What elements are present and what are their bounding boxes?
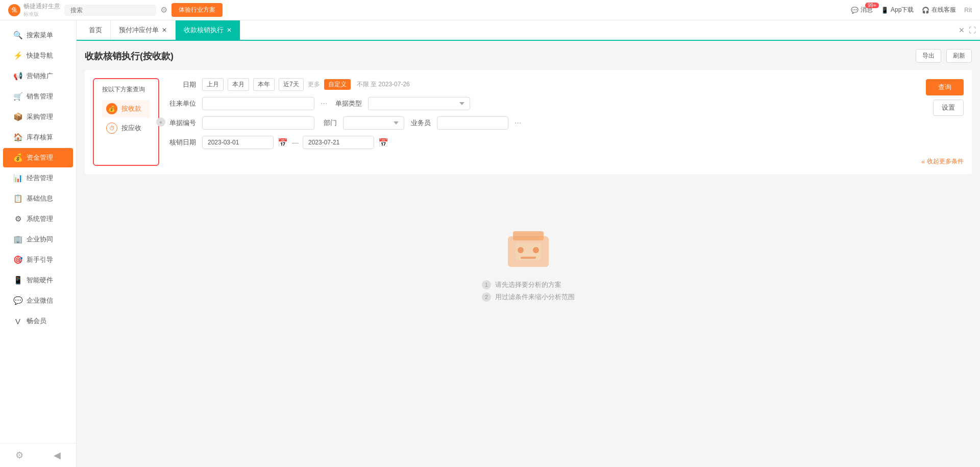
- date-custom-badge[interactable]: 自定义: [324, 79, 351, 90]
- sidebar-label-system: 系统管理: [27, 214, 53, 224]
- sidebar-item-sales[interactable]: 🛒 销售管理: [3, 87, 73, 106]
- sidebar: 🔍 搜索菜单 ⚡ 快捷导航 📢 营销推广 🛒 销售管理 📦 采购管理 🏠: [0, 20, 77, 467]
- smart-hw-icon: 📱: [13, 276, 22, 285]
- filter-settings-button[interactable]: 设置: [933, 100, 964, 116]
- sidebar-item-wechat[interactable]: 💬 企业微信: [3, 291, 73, 310]
- tab-prepaid-close[interactable]: ✕: [162, 27, 167, 34]
- filter-scheme-collapse-btn[interactable]: «: [156, 117, 165, 127]
- offset-date-start-input[interactable]: [202, 136, 274, 149]
- date-label: 日期: [167, 80, 196, 89]
- sidebar-item-search-menu[interactable]: 🔍 搜索菜单: [3, 26, 73, 45]
- offset-date-end-input[interactable]: [303, 136, 374, 149]
- settings-icon[interactable]: ⚙: [160, 5, 167, 15]
- app-logo: 兔 畅捷通好生意 标准版: [8, 2, 60, 18]
- date-btn-last-month[interactable]: 上月: [202, 78, 224, 91]
- date-btn-this-year[interactable]: 本年: [253, 78, 275, 91]
- collapse-chevron-icon: «: [921, 158, 925, 165]
- page-title: 收款核销执行(按收款): [85, 50, 174, 62]
- tab-receivable-label: 收款核销执行: [184, 26, 224, 35]
- enterprise-icon: 🏢: [13, 235, 22, 244]
- doc-number-input[interactable]: [202, 116, 314, 130]
- date-btn-last-7days[interactable]: 近7天: [279, 78, 304, 91]
- svg-rect-5: [521, 257, 536, 259]
- tab-receivable-close[interactable]: ✕: [227, 27, 232, 34]
- filter-fields: 日期 上月 本月 本年 近7天 更多 自定义 不: [167, 78, 918, 155]
- sidebar-label-guide: 新手引导: [27, 255, 53, 264]
- empty-state: 1 请先选择要分析的方案 2 用过滤条件来缩小分析范围: [85, 180, 972, 325]
- tab-receivable-offset[interactable]: 收款核销执行 ✕: [176, 20, 240, 40]
- tab-home[interactable]: 首页: [81, 20, 111, 40]
- app-name: 畅捷通好生意: [23, 2, 60, 11]
- sidebar-item-finance[interactable]: 💰 资金管理: [3, 148, 73, 167]
- step-2-badge: 2: [482, 292, 491, 302]
- sidebar-item-smart-hw[interactable]: 📱 智能硬件: [3, 271, 73, 290]
- topbar: 兔 畅捷通好生意 标准版 ⚙ 体验行业方案 💬 消息 99+ 📱 App下载 🎧…: [0, 0, 980, 20]
- filter-collapse-more: « 收起更多条件: [167, 157, 964, 166]
- filter-form: 日期 上月 本月 本年 近7天 更多 自定义 不: [167, 78, 964, 166]
- sidebar-item-quick-nav[interactable]: ⚡ 快捷导航: [3, 46, 73, 65]
- content-area: 首页 预付冲应付单 ✕ 收款核销执行 ✕ ✕ ⛶ 收款核销执行(按收款): [77, 20, 980, 467]
- sidebar-item-operation[interactable]: 📊 经营管理: [3, 168, 73, 188]
- offset-date-end-calendar-icon[interactable]: 📅: [378, 138, 388, 148]
- sidebar-item-guide[interactable]: 🎯 新手引导: [3, 250, 73, 269]
- app-version: 标准版: [23, 11, 60, 18]
- by-receipt-icon: 💰: [106, 103, 117, 114]
- sidebar-item-enterprise[interactable]: 🏢 企业协同: [3, 230, 73, 249]
- sidebar-label-sales: 销售管理: [27, 92, 53, 101]
- sidebar-label-enterprise: 企业协同: [27, 235, 53, 244]
- collapse-more-button[interactable]: « 收起更多条件: [921, 157, 964, 166]
- tab-close-all-icon[interactable]: ✕: [959, 26, 965, 34]
- sidebar-item-vip[interactable]: V 畅会员: [3, 311, 73, 331]
- tab-fullscreen-icon[interactable]: ⛶: [969, 26, 976, 34]
- department-select[interactable]: [343, 116, 404, 130]
- filter-actions: 查询 设置: [926, 78, 964, 116]
- page-content: 收款核销执行(按收款) 导出 刷新 按以下方案查询 💰 按收款: [77, 41, 980, 467]
- sidebar-item-marketing[interactable]: 📢 营销推广: [3, 66, 73, 86]
- sidebar-collapse-icon[interactable]: ◀: [54, 450, 61, 461]
- sidebar-label-purchase: 采购管理: [27, 112, 53, 121]
- message-button[interactable]: 💬 消息 99+: [851, 6, 873, 14]
- sidebar-item-purchase[interactable]: 📦 采购管理: [3, 107, 73, 127]
- sidebar-item-inventory[interactable]: 🏠 库存核算: [3, 128, 73, 147]
- user-info[interactable]: Rit: [964, 7, 972, 14]
- export-button[interactable]: 导出: [916, 49, 941, 63]
- topbar-search-input[interactable]: [64, 5, 156, 16]
- date-more-label[interactable]: 更多: [308, 80, 320, 89]
- online-service-button[interactable]: 🎧 在线客服: [922, 6, 956, 14]
- sidebar-settings-icon[interactable]: ⚙: [15, 450, 23, 461]
- page-header-actions: 导出 刷新: [916, 49, 972, 63]
- staff-input[interactable]: [437, 116, 508, 130]
- sidebar-label-quick-nav: 快捷导航: [27, 51, 53, 60]
- empty-illustration: [498, 221, 559, 272]
- query-button[interactable]: 查询: [926, 79, 964, 95]
- filter-option-by-receivable[interactable]: ⏱ 按应收: [102, 119, 150, 137]
- doc-type-select[interactable]: [368, 97, 470, 110]
- counterpart-more-icon[interactable]: ···: [321, 99, 327, 108]
- sidebar-label-wechat: 企业微信: [27, 296, 53, 305]
- solution-button[interactable]: 体验行业方案: [172, 3, 223, 17]
- by-receivable-label: 按应收: [121, 124, 141, 133]
- tab-prepaid-offset[interactable]: 预付冲应付单 ✕: [111, 20, 176, 40]
- purchase-icon: 📦: [13, 112, 22, 121]
- filter-panel: 按以下方案查询 💰 按收款 ⏱ 按应收 «: [85, 70, 972, 174]
- sidebar-item-basic-info[interactable]: 📋 基础信息: [3, 189, 73, 208]
- counterpart-input[interactable]: [202, 97, 314, 110]
- finance-icon: 💰: [13, 153, 22, 162]
- filter-date-row: 日期 上月 本月 本年 近7天 更多 自定义 不: [167, 78, 918, 91]
- empty-text: 1 请先选择要分析的方案 2 用过滤条件来缩小分析范围: [482, 280, 575, 305]
- app-download-button[interactable]: 📱 App下载: [881, 6, 914, 14]
- filter-scheme-selector: 按以下方案查询 💰 按收款 ⏱ 按应收 «: [93, 78, 159, 166]
- filter-option-by-receipt[interactable]: 💰 按收款: [102, 100, 150, 117]
- empty-hint-2: 2 用过滤条件来缩小分析范围: [482, 292, 575, 302]
- by-receivable-icon: ⏱: [106, 122, 117, 134]
- refresh-button[interactable]: 刷新: [946, 49, 972, 63]
- doc-number-label: 单据编号: [167, 118, 196, 128]
- doc-type-label: 单据类型: [333, 99, 362, 108]
- date-btn-this-month[interactable]: 本月: [228, 78, 249, 91]
- offset-date-start-calendar-icon[interactable]: 📅: [278, 138, 288, 148]
- sidebar-label-search-menu: 搜索菜单: [27, 31, 53, 40]
- staff-more-icon[interactable]: ···: [514, 118, 521, 128]
- empty-hint-1: 1 请先选择要分析的方案: [482, 280, 575, 289]
- staff-label: 业务员: [410, 118, 431, 128]
- sidebar-item-system[interactable]: ⚙ 系统管理: [3, 209, 73, 229]
